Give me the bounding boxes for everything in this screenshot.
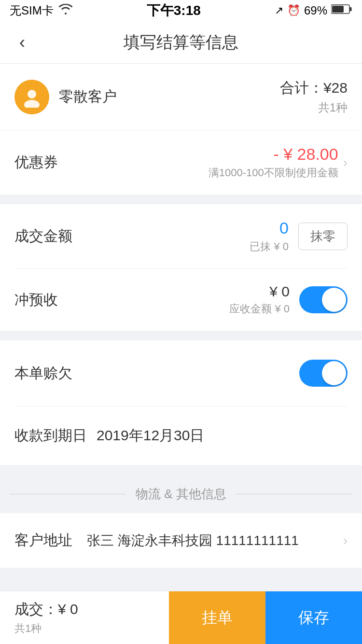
hold-button[interactable]: 挂单 (169, 591, 265, 644)
debit-toggle[interactable] (299, 360, 348, 387)
customer-row: 零散客户 合计：¥28 共1种 (0, 64, 362, 130)
prereceive-row: 冲预收 ¥ 0 应收金额 ¥ 0 (14, 269, 348, 331)
prereceive-sub: 应收金额 ¥ 0 (229, 302, 290, 316)
debit-label: 本单赊欠 (14, 364, 72, 383)
avatar (14, 80, 49, 114)
customer-total: 合计：¥28 共1种 (280, 78, 348, 115)
debit-row: 本单赊欠 (14, 340, 348, 406)
prereceive-amount: ¥ 0 (229, 283, 290, 300)
deal-amount: 0 (250, 219, 289, 238)
coupon-right: - ¥ 28.00 满1000-100不限制使用金额 › (209, 145, 348, 180)
customer-name: 零散客户 (59, 87, 117, 107)
round-zero-button[interactable]: 抹零 (298, 223, 348, 250)
status-bar: 无SIM卡 下午3:18 ↗ ⏰ 69% (0, 0, 362, 21)
deal-right: 0 已抹 ¥ 0 抹零 (250, 219, 348, 254)
address-value: 张三 海淀永丰科技园 11111111111 (87, 532, 343, 550)
coupon-label: 优惠券 (14, 153, 58, 172)
content: 零散客户 合计：¥28 共1种 优惠券 - ¥ 28.00 满1000-100不… (0, 64, 362, 644)
total-amount: 合计：¥28 (280, 78, 348, 98)
address-label: 客户地址 (14, 531, 72, 550)
wifi-icon (58, 4, 73, 17)
address-chevron-icon: › (343, 533, 348, 548)
debit-toggle-circle (322, 361, 346, 385)
address-row[interactable]: 客户地址 张三 海淀永丰科技园 11111111111 › (14, 513, 348, 568)
battery-icon (331, 4, 352, 17)
footer: 成交：¥ 0 共1种 挂单 保存 (0, 591, 362, 644)
prereceive-toggle[interactable] (299, 286, 348, 313)
svg-point-4 (24, 100, 40, 108)
status-right: ↗ ⏰ 69% (275, 4, 352, 17)
due-date-value: 2019年12月30日 (97, 426, 204, 446)
total-value: ¥28 (323, 80, 348, 96)
address-section: 客户地址 张三 海淀永丰科技园 11111111111 › (0, 513, 362, 568)
customer-info: 零散客户 (14, 80, 117, 114)
footer-deal-label: 成交： (14, 601, 58, 617)
deal-label: 成交金额 (14, 226, 72, 246)
chevron-right-icon: › (343, 155, 348, 170)
alarm-icon: ⏰ (287, 4, 300, 17)
svg-point-3 (28, 90, 36, 98)
deal-sub: 已抹 ¥ 0 (250, 239, 289, 254)
divider-line-right (236, 494, 352, 494)
status-time: 下午3:18 (147, 1, 201, 20)
total-count: 共1种 (280, 100, 348, 115)
status-left: 无SIM卡 (10, 3, 73, 18)
prereceive-label: 冲预收 (14, 290, 58, 310)
svg-rect-2 (332, 6, 344, 13)
footer-deal-amount: ¥ 0 (58, 601, 78, 617)
prereceive-amount-wrapper: ¥ 0 应收金额 ¥ 0 (229, 283, 290, 316)
deal-amount-wrapper: 0 已抹 ¥ 0 (250, 219, 289, 254)
logistics-title: 物流 & 其他信息 (136, 486, 226, 503)
location-icon: ↗ (275, 4, 283, 17)
page-title: 填写结算等信息 (124, 31, 238, 54)
coupon-value-wrapper: - ¥ 28.00 满1000-100不限制使用金额 (209, 145, 338, 180)
coupon-value: - ¥ 28.00 (209, 145, 338, 164)
logistics-header: 物流 & 其他信息 (0, 475, 362, 513)
deal-section: 成交金额 0 已抹 ¥ 0 抹零 冲预收 ¥ 0 应收金额 ¥ 0 (0, 204, 362, 331)
footer-info: 成交：¥ 0 共1种 (0, 591, 169, 644)
footer-count: 共1种 (14, 621, 154, 636)
divider-line-left (10, 494, 126, 494)
svg-rect-1 (349, 7, 351, 11)
footer-deal: 成交：¥ 0 (14, 600, 154, 619)
toggle-circle (322, 288, 346, 312)
debit-section: 本单赊欠 收款到期日 2019年12月30日 (0, 340, 362, 465)
back-button[interactable]: ‹ (14, 28, 30, 57)
prereceive-right: ¥ 0 应收金额 ¥ 0 (229, 283, 348, 316)
coupon-row[interactable]: 优惠券 - ¥ 28.00 满1000-100不限制使用金额 › (0, 130, 362, 195)
coupon-desc: 满1000-100不限制使用金额 (209, 166, 338, 180)
battery-label: 69% (304, 4, 327, 17)
save-button[interactable]: 保存 (265, 591, 362, 644)
due-date-label: 收款到期日 (14, 426, 87, 446)
nav-bar: ‹ 填写结算等信息 (0, 21, 362, 64)
due-date-row: 收款到期日 2019年12月30日 (14, 406, 348, 465)
deal-amount-row: 成交金额 0 已抹 ¥ 0 抹零 (14, 204, 348, 269)
customer-section: 零散客户 合计：¥28 共1种 优惠券 - ¥ 28.00 满1000-100不… (0, 64, 362, 195)
total-label: 合计： (280, 80, 323, 96)
no-sim-label: 无SIM卡 (10, 3, 54, 18)
